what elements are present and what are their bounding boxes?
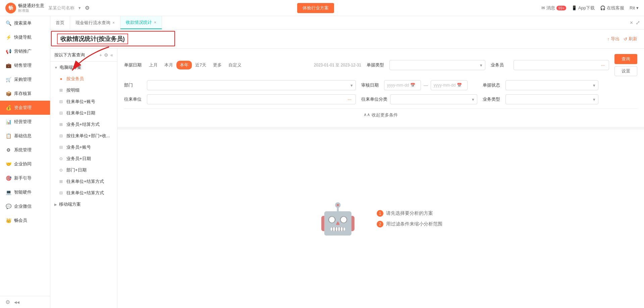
sidebar-item-销售管理[interactable]: 💼 销售管理: [0, 58, 50, 72]
date-tab-上月[interactable]: 上月: [146, 61, 161, 69]
form-row-1: 单据日期 上月本月本年近7天更多自定义 2023-01-01 至 2023-12…: [124, 54, 637, 76]
query-button[interactable]: 查询: [614, 54, 637, 64]
business-type-select[interactable]: ▾: [505, 94, 599, 104]
scheme-item-label-8: 部门+日期: [66, 167, 87, 173]
refresh-button[interactable]: ↺ 刷新: [624, 36, 637, 42]
online-service-btn[interactable]: 🎧 在线客服: [600, 5, 624, 11]
scheme-item-7[interactable]: ⊙ 业务员+日期: [50, 153, 117, 164]
group-arrow-icon: ▼: [54, 66, 58, 69]
sidebar-item-营销推广[interactable]: 📢 营销推广: [0, 44, 50, 58]
page-header: 收款情况统计(按业务员) ↑ 导出 ↺ 刷新: [50, 30, 644, 49]
sidebar-collapse-icon[interactable]: ◂◂: [14, 299, 19, 305]
business-type-arrow-icon: ▾: [593, 97, 595, 102]
sidebar-item-经营管理[interactable]: 📊 经营管理: [0, 115, 50, 129]
salesperson-select[interactable]: ···: [514, 60, 609, 70]
page-actions: ↑ 导出 ↺ 刷新: [607, 36, 638, 42]
dept-select[interactable]: ▾: [147, 80, 356, 90]
counterpart-select[interactable]: ···: [147, 94, 356, 104]
date-tab-本年[interactable]: 本年: [176, 61, 192, 69]
scheme-group-desktop-header[interactable]: ▼ 电脑端方案: [50, 62, 117, 73]
gear-btn[interactable]: ⚙: [85, 5, 90, 11]
sidebar-icon-6: 💰: [5, 105, 11, 111]
sidebar-item-系统管理[interactable]: ⚙ 系统管理: [0, 143, 50, 157]
doc-status-arrow-icon: ▾: [593, 83, 595, 88]
scheme-item-6[interactable]: ⊟ 业务员+账号: [50, 142, 117, 153]
scheme-item-10[interactable]: ⊟ 往来单位+结算方式: [50, 187, 117, 199]
scheme-item-icon-8: ⊙: [58, 167, 64, 173]
tab-collection[interactable]: 收款情况统计 ×: [120, 16, 162, 29]
doc-type-select[interactable]: ▾: [389, 60, 485, 70]
download-icon: 📱: [572, 5, 577, 10]
counterpart-category-select[interactable]: ▾: [390, 94, 477, 104]
tab-cashflow-close[interactable]: ×: [112, 20, 115, 25]
sidebar-item-企业微信[interactable]: 💬 企业微信: [0, 199, 50, 213]
date-tab-近7天[interactable]: 近7天: [192, 61, 210, 69]
form-actions: 查询 设置: [614, 54, 637, 76]
scheme-item-8[interactable]: ⊙ 部门+日期: [50, 164, 117, 176]
scheme-collapse-btn[interactable]: «: [110, 52, 113, 58]
sidebar-item-智能硬件[interactable]: 💻 智能硬件: [0, 185, 50, 199]
dept-label: 部门: [124, 82, 144, 88]
window-close-icon[interactable]: ×: [630, 20, 633, 26]
sidebar-item-新手引导[interactable]: 🎯 新手引导: [0, 171, 50, 185]
sidebar-label-1: 快捷导航: [14, 34, 32, 40]
tab-collection-close[interactable]: ×: [154, 20, 156, 25]
scheme-item-9[interactable]: ⊞ 往来单位+结算方式: [50, 176, 117, 187]
query-panel: 单据日期 上月本月本年近7天更多自定义 2023-01-01 至 2023-12…: [117, 49, 644, 308]
doc-status-select[interactable]: ▾: [505, 80, 599, 90]
sidebar-item-企业协同[interactable]: 🤝 企业协同: [0, 157, 50, 171]
scheme-item-4[interactable]: ⊞ 业务员+结算方式: [50, 119, 117, 130]
date-tab-自定义[interactable]: 自定义: [225, 61, 245, 69]
scheme-group-mobile-header[interactable]: ▶ 移动端方案: [50, 199, 117, 210]
sidebar-item-库存核算[interactable]: 📦 库存核算: [0, 87, 50, 101]
sidebar-settings-icon[interactable]: ⚙: [5, 299, 10, 305]
scheme-item-icon-9: ⊞: [58, 179, 64, 184]
sidebar-item-快捷导航[interactable]: ⚡ 快捷导航: [0, 30, 50, 44]
sidebar-item-基础信息[interactable]: 📋 基础信息: [0, 129, 50, 143]
scheme-item-1[interactable]: ⊞ 按明细: [50, 85, 117, 96]
scheme-item-2[interactable]: ⊟ 往来单位+账号: [50, 96, 117, 107]
tab-cashflow[interactable]: 现金银行流水查询 ×: [70, 16, 120, 29]
collapse-icon: ∧∧: [364, 112, 370, 118]
export-button[interactable]: ↑ 导出: [607, 36, 620, 42]
export-label: 导出: [611, 36, 620, 42]
sidebar-item-采购管理[interactable]: 🛒 采购管理: [0, 72, 50, 87]
logo-area: 畅 畅捷通好生意 标准版: [5, 3, 44, 13]
content-area: 首页 现金银行流水查询 × 收款情况统计 × × ⤢ 收款情况统计(按业务员) …: [50, 16, 644, 308]
mobile-group-arrow-icon: ▶: [54, 203, 57, 206]
empty-step-2: 2 用过滤条件来缩小分析范围: [377, 221, 442, 227]
sidebar-item-资金管理[interactable]: 💰 资金管理: [0, 101, 50, 115]
counterpart-more-icon[interactable]: ···: [347, 97, 352, 102]
salesperson-more-icon[interactable]: ···: [601, 62, 605, 68]
header-left: 畅 畅捷通好生意 标准版 某某公司名称 ▾ ⚙: [5, 3, 90, 13]
scheme-group-desktop: ▼ 电脑端方案 ● 按业务员 ⊞ 按明细 ⊟ 往来单位+账号 ⊟ 往来单位+日期…: [50, 62, 117, 199]
workspace-name: 某某公司名称: [48, 5, 74, 11]
tab-home[interactable]: 首页: [50, 16, 70, 29]
sidebar-item-搜索菜单[interactable]: 🔍 搜索菜单: [0, 16, 50, 30]
audit-date-start[interactable]: yyyy-mm-dd 📅: [384, 80, 421, 90]
date-tab-更多[interactable]: 更多: [210, 61, 225, 69]
workspace-dropdown-icon[interactable]: ▾: [78, 5, 81, 10]
date-label: 单据日期: [124, 62, 144, 68]
collapse-separator: [117, 127, 644, 130]
audit-date-end[interactable]: yyyy-mm-dd 📅: [431, 80, 468, 90]
messages-btn[interactable]: ✉ 消息 99+: [541, 5, 566, 11]
trial-button[interactable]: 体验行业方案: [297, 3, 334, 13]
scheme-item-3[interactable]: ⊟ 往来单位+日期: [50, 107, 117, 119]
page-title: 收款情况统计(按业务员): [57, 34, 128, 44]
scheme-item-label-9: 往来单位+结算方式: [66, 178, 104, 185]
scheme-add-btn[interactable]: +: [99, 52, 102, 58]
collapse-row[interactable]: ∧∧ 收起更多条件: [124, 108, 637, 121]
date-tab-本月[interactable]: 本月: [161, 61, 176, 69]
scheme-settings-btn[interactable]: ⚙: [104, 52, 108, 58]
scheme-item-0[interactable]: ● 按业务员: [50, 73, 117, 85]
empty-step-1: 1 请先选择要分析的方案: [377, 210, 433, 217]
sidebar-icon-8: 📋: [5, 133, 11, 139]
sidebar-item-畅会员[interactable]: 👑 畅会员: [0, 213, 50, 227]
sidebar-label-13: 企业微信: [14, 203, 32, 209]
scheme-item-5[interactable]: ⊟ 按往来单位+部门+收...: [50, 130, 117, 142]
app-download-btn[interactable]: 📱 App下载: [572, 5, 595, 11]
settings-button[interactable]: 设置: [614, 66, 637, 76]
user-name-btn[interactable]: Rit ▾: [630, 5, 639, 10]
window-max-icon[interactable]: ⤢: [636, 19, 640, 26]
